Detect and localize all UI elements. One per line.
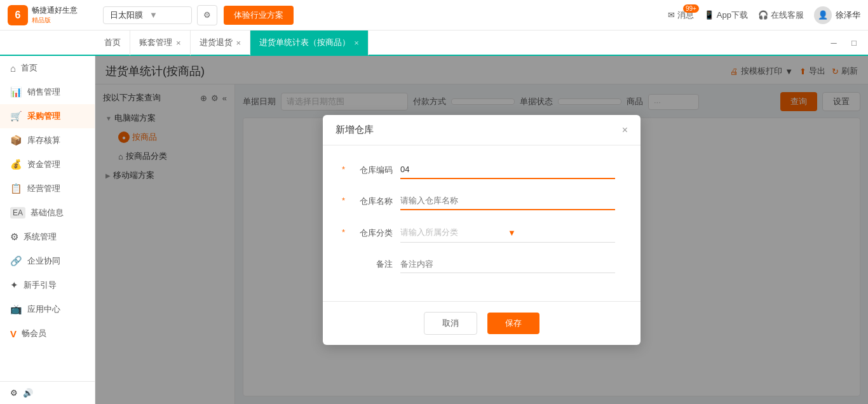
sidebar-item-enterprise[interactable]: 🔗 企业协同 (0, 249, 95, 273)
sidebar-system-label: 系统管理 (24, 231, 57, 243)
sidebar-item-system[interactable]: ⚙ 系统管理 (0, 225, 95, 249)
category-placeholder: 请输入所属分类 (400, 227, 508, 238)
message-badge: 99+ (683, 4, 699, 13)
message-button[interactable]: ✉ 消息 99+ (668, 10, 694, 21)
app-icon: 📱 (704, 10, 714, 20)
code-label: 仓库编码 (348, 165, 393, 176)
service-button[interactable]: 🎧 在线客服 (758, 10, 804, 21)
sidebar-item-app-center[interactable]: 📺 应用中心 (0, 297, 95, 321)
form-row-category: 仓库分类 请输入所属分类 ▼ (348, 223, 615, 243)
sidebar-item-guide[interactable]: ✦ 新手引导 (0, 273, 95, 297)
note-input[interactable] (400, 255, 615, 273)
logo-area: 6 畅捷通好生意 精品版 (8, 5, 103, 25)
sidebar-app-center-label: 应用中心 (27, 304, 60, 315)
tab-purchase-stats-close[interactable]: × (354, 38, 359, 48)
cancel-button[interactable]: 取消 (424, 312, 477, 335)
sidebar-item-basic-info[interactable]: EA 基础信息 (0, 201, 95, 225)
sales-icon: 📊 (10, 86, 22, 98)
sidebar: ⌂ 首页 📊 销售管理 🛒 采购管理 📦 库存核算 💰 资金管理 📋 经营管理 … (0, 56, 95, 404)
sidebar-enterprise-label: 企业协同 (27, 255, 60, 267)
volume-icon[interactable]: 🔊 (23, 388, 33, 398)
service-label: 在线客服 (771, 10, 804, 21)
app-label: App下载 (717, 10, 748, 21)
form-row-code: 仓库编码 (348, 161, 615, 179)
tab-maximize-button[interactable]: □ (845, 34, 863, 51)
sidebar-sales-label: 销售管理 (27, 86, 60, 98)
store-name: 日太阳膜 (110, 10, 146, 21)
sidebar-item-home[interactable]: ⌂ 首页 (0, 56, 95, 80)
chevron-down-icon: ▼ (149, 10, 185, 20)
membership-icon: V (10, 328, 17, 339)
modal-overlay: 新增仓库 × 仓库编码 仓库名称 仓库分类 (95, 56, 868, 404)
sidebar-basic-label: 基础信息 (31, 207, 64, 219)
sidebar-guide-label: 新手引导 (24, 279, 57, 291)
tab-purchase-stats[interactable]: 进货单统计表（按商品） × (250, 30, 369, 55)
category-select[interactable]: 请输入所属分类 ▼ (400, 223, 615, 243)
tab-account[interactable]: 账套管理 × (130, 30, 191, 55)
user-area[interactable]: 👤 徐泽华 (814, 6, 860, 24)
home-icon: ⌂ (10, 63, 16, 74)
modal-body: 仓库编码 仓库名称 仓库分类 请输入所属分类 ▼ (323, 145, 641, 301)
app-download-button[interactable]: 📱 App下载 (704, 10, 748, 21)
tab-purchase-return-label: 进货退货 (200, 37, 233, 48)
tab-bar: 首页 账套管理 × 进货退货 × 进货单统计表（按商品） × ─ □ (0, 30, 868, 56)
name-label: 仓库名称 (348, 196, 393, 207)
basic-info-icon: EA (10, 207, 25, 219)
tab-purchase-return[interactable]: 进货退货 × (191, 30, 251, 55)
sidebar-item-inventory[interactable]: 📦 库存核算 (0, 128, 95, 152)
category-label: 仓库分类 (348, 227, 393, 239)
tab-account-label: 账套管理 (139, 37, 172, 48)
enterprise-icon: 🔗 (10, 255, 22, 267)
avatar: 👤 (814, 6, 832, 24)
tab-purchase-stats-label: 进货单统计表（按商品） (259, 37, 350, 48)
user-name: 徐泽华 (836, 10, 860, 21)
modal-title: 新增仓库 (336, 124, 374, 136)
code-input[interactable] (400, 161, 615, 179)
headset-icon: 🎧 (758, 10, 768, 20)
tab-home[interactable]: 首页 (95, 30, 130, 55)
sidebar-operations-label: 经营管理 (27, 183, 60, 194)
modal-close-button[interactable]: × (622, 125, 628, 136)
tab-minimize-button[interactable]: ─ (825, 34, 843, 51)
store-selector[interactable]: 日太阳膜 ▼ (103, 6, 192, 24)
tab-home-label: 首页 (104, 37, 121, 48)
sidebar-bottom: ⚙ 🔊 (0, 381, 95, 404)
logo-text: 畅捷通好生意 (32, 5, 78, 16)
category-arrow-icon: ▼ (508, 228, 615, 238)
sidebar-purchase-label: 采购管理 (27, 111, 60, 122)
save-button[interactable]: 保存 (487, 313, 539, 334)
sidebar-item-sales[interactable]: 📊 销售管理 (0, 80, 95, 104)
inventory-icon: 📦 (10, 135, 22, 146)
purchase-icon: 🛒 (10, 111, 22, 122)
settings-button[interactable]: ⚙ (197, 5, 217, 25)
top-header: 6 畅捷通好生意 精品版 日太阳膜 ▼ ⚙ 体验行业方案 ✉ 消息 99+ 📱 … (0, 0, 868, 30)
sidebar-item-operations[interactable]: 📋 经营管理 (0, 177, 95, 201)
logo-icon: 6 (8, 5, 28, 25)
tab-purchase-return-close[interactable]: × (236, 38, 241, 48)
message-icon: ✉ (668, 10, 675, 20)
sidebar-item-purchase[interactable]: 🛒 采购管理 (0, 104, 95, 128)
sidebar-item-finance[interactable]: 💰 资金管理 (0, 152, 95, 177)
form-row-name: 仓库名称 (348, 192, 615, 210)
sidebar-membership-label: 畅会员 (22, 328, 46, 339)
sidebar-item-membership[interactable]: V 畅会员 (0, 321, 95, 346)
modal-header: 新增仓库 × (323, 115, 641, 145)
header-right: ✉ 消息 99+ 📱 App下载 🎧 在线客服 👤 徐泽华 (668, 6, 860, 24)
content-area: 进货单统计(按商品) 🖨 按模板打印 ▼ ⬆ 导出 ↻ 刷新 (95, 56, 868, 404)
logo-sub: 精品版 (32, 16, 78, 25)
sidebar-finance-label: 资金管理 (27, 159, 60, 170)
settings-bottom-icon[interactable]: ⚙ (10, 388, 18, 398)
finance-icon: 💰 (10, 159, 22, 170)
modal-new-warehouse: 新增仓库 × 仓库编码 仓库名称 仓库分类 (323, 115, 641, 345)
form-row-note: 备注 (348, 255, 615, 273)
name-input[interactable] (400, 192, 615, 210)
operations-icon: 📋 (10, 183, 22, 194)
tab-account-close[interactable]: × (176, 38, 181, 48)
main-layout: ⌂ 首页 📊 销售管理 🛒 采购管理 📦 库存核算 💰 资金管理 📋 经营管理 … (0, 56, 868, 404)
trial-button[interactable]: 体验行业方案 (224, 6, 294, 25)
system-icon: ⚙ (10, 231, 18, 243)
app-center-icon: 📺 (10, 304, 22, 315)
guide-icon: ✦ (10, 279, 18, 291)
modal-footer: 取消 保存 (323, 301, 641, 345)
sidebar-home-label: 首页 (21, 62, 37, 74)
